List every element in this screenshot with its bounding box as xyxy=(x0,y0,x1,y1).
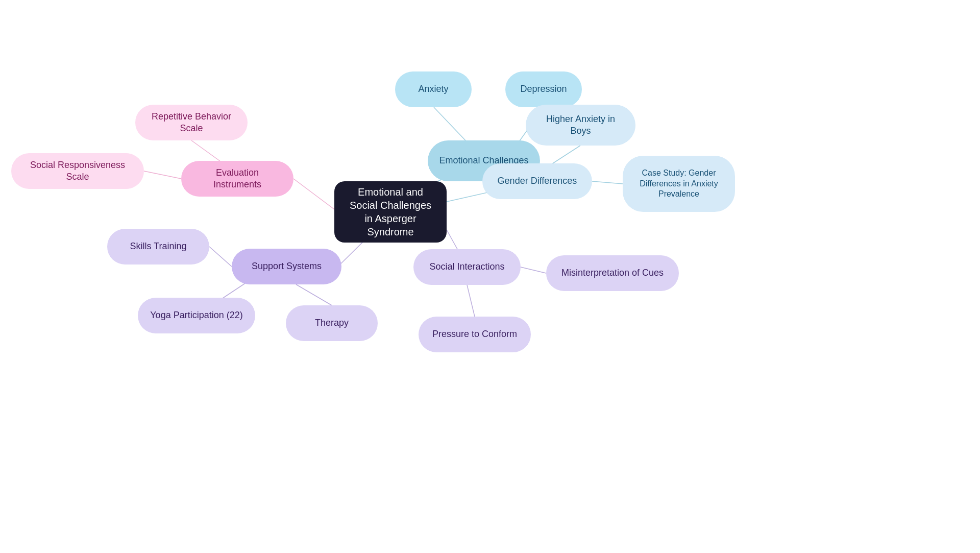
svg-line-3 xyxy=(293,179,334,209)
yoga-participation-node[interactable]: Yoga Participation (22) xyxy=(138,298,255,333)
misinterpretation-node[interactable]: Misinterpretation of Cues xyxy=(546,255,679,291)
gender-differences-node[interactable]: Gender Differences xyxy=(482,163,592,199)
center-node[interactable]: Emotional and Social Challenges in Asper… xyxy=(334,181,447,243)
svg-line-12 xyxy=(296,284,332,305)
higher-anxiety-node[interactable]: Higher Anxiety in Boys xyxy=(526,105,635,146)
case-study-node[interactable]: Case Study: Gender Differences in Anxiet… xyxy=(623,156,735,212)
svg-line-8 xyxy=(592,181,623,184)
social-interactions-node[interactable]: Social Interactions xyxy=(413,249,521,285)
svg-line-15 xyxy=(467,285,475,317)
social-responsiveness-node[interactable]: Social Responsiveness Scale xyxy=(11,153,144,189)
svg-line-10 xyxy=(209,247,232,267)
svg-line-14 xyxy=(521,267,546,273)
anxiety-node[interactable]: Anxiety xyxy=(395,71,472,107)
svg-line-5 xyxy=(144,171,181,179)
repetitive-behavior-node[interactable]: Repetitive Behavior Scale xyxy=(135,105,248,140)
skills-training-node[interactable]: Skills Training xyxy=(107,229,209,265)
pressure-conform-node[interactable]: Pressure to Conform xyxy=(419,317,531,352)
eval-instruments-node[interactable]: Evaluation Instruments xyxy=(181,161,293,197)
depression-node[interactable]: Depression xyxy=(505,71,582,107)
support-systems-node[interactable]: Support Systems xyxy=(232,249,341,284)
therapy-node[interactable]: Therapy xyxy=(286,305,378,341)
